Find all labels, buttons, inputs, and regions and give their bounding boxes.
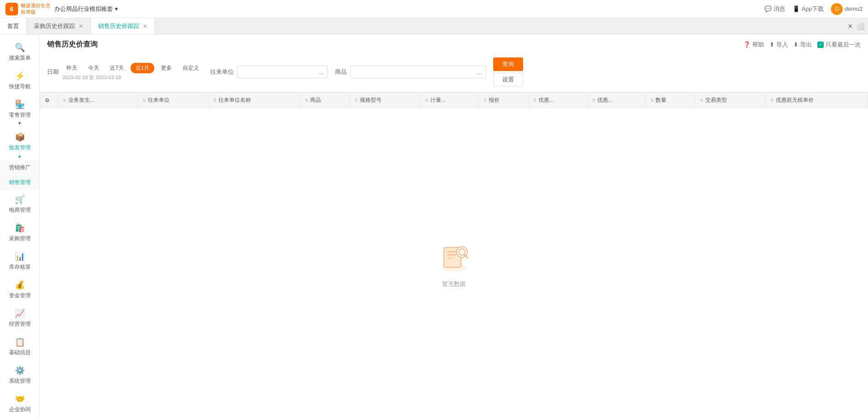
sort-icon: ⇅ bbox=[533, 98, 537, 103]
dropdown-arrow-icon: ▾ bbox=[115, 5, 118, 12]
logo-icon: 6 bbox=[5, 3, 18, 15]
discount1-col-header: ⇅ 优惠... bbox=[528, 93, 587, 108]
close-all-tabs-button[interactable]: ✕ bbox=[848, 23, 853, 30]
month-btn[interactable]: 近1月 bbox=[131, 63, 155, 73]
product-filter: 商品 ... bbox=[335, 66, 486, 78]
inventory-icon: 📊 bbox=[15, 252, 25, 261]
date-options: 昨天 今天 近7天 近1月 更多 自定义 bbox=[62, 63, 203, 73]
wholesale-arrow-icon: ▲ bbox=[18, 153, 22, 158]
partner-input[interactable] bbox=[241, 69, 318, 76]
sidebar-item-purchase-mgmt[interactable]: 🛍️ 采购管理 bbox=[0, 218, 39, 247]
user-menu[interactable]: D demo2 bbox=[831, 3, 863, 15]
business-date-col-header: ⇅ 业务发生... bbox=[58, 93, 138, 108]
ecommerce-icon: 🛒 bbox=[15, 195, 25, 204]
app-download-button[interactable]: 📱 App下载 bbox=[793, 5, 824, 13]
page-actions: ❓ 帮助 ⬆ 导入 ⬇ 导出 ✓ 只看最后一次 bbox=[743, 41, 861, 49]
sort-icon: ⇅ bbox=[305, 98, 308, 103]
sidebar-item-retail-mgmt[interactable]: 🏪 零售管理 ▼ bbox=[0, 95, 39, 128]
sort-icon: ⇅ bbox=[592, 98, 595, 103]
collab-icon: 🤝 bbox=[15, 394, 25, 404]
purchase-tab-close[interactable]: ✕ bbox=[79, 23, 83, 29]
maximize-button[interactable]: ⬜ bbox=[857, 23, 864, 30]
purchase-tab[interactable]: 采购历史价跟踪 ✕ bbox=[27, 18, 91, 34]
yesterday-btn[interactable]: 昨天 bbox=[62, 63, 81, 73]
product-input-dots[interactable]: ... bbox=[476, 68, 482, 76]
sales-tab[interactable]: 销售历史价跟踪 ✕ bbox=[91, 18, 155, 34]
today-btn[interactable]: 今天 bbox=[84, 63, 103, 73]
sort-icon: ⇅ bbox=[142, 98, 146, 103]
export-action[interactable]: ⬇ 导出 bbox=[793, 41, 812, 49]
help-action[interactable]: ❓ 帮助 bbox=[743, 41, 764, 49]
empty-state: 暂无数据 bbox=[40, 108, 868, 418]
sort-icon: ⇅ bbox=[700, 98, 703, 103]
sort-icon: ⇅ bbox=[213, 98, 217, 103]
sidebar-item-business-mgmt[interactable]: 📈 经营管理 bbox=[0, 304, 39, 332]
empty-illustration bbox=[436, 238, 472, 275]
svg-rect-4 bbox=[447, 257, 454, 259]
retail-arrow-icon: ▼ bbox=[18, 121, 22, 126]
sort-icon: ⇅ bbox=[483, 98, 487, 103]
sidebar: 🔍 搜索菜单 ⚡ 快捷导航 🏪 零售管理 ▼ 📦 批发管理 ▲ 营销推广 销售管… bbox=[0, 34, 40, 418]
partner-input-wrap[interactable]: ... bbox=[237, 66, 328, 78]
sidebar-item-sales-mgmt[interactable]: 销售管理 bbox=[0, 175, 39, 190]
settings-col-header: ⚙ bbox=[40, 93, 58, 108]
sidebar-item-enterprise-collab[interactable]: 🤝 企业协同 bbox=[0, 390, 39, 418]
avatar: D bbox=[831, 3, 843, 15]
week-btn[interactable]: 近7天 bbox=[106, 63, 128, 73]
sidebar-item-ecommerce-mgmt[interactable]: 🛒 电商管理 bbox=[0, 190, 39, 218]
partner-col-header: ⇅ 往来单位 bbox=[137, 93, 208, 108]
home-tab[interactable]: 首页 bbox=[0, 18, 27, 34]
last-only-checkbox[interactable]: ✓ bbox=[817, 42, 824, 48]
data-table: ⚙ ⇅ 业务发生... ⇅ 往来单位 bbox=[40, 92, 868, 108]
partner-input-dots[interactable]: ... bbox=[318, 68, 324, 76]
product-input-wrap[interactable]: ... bbox=[350, 66, 486, 78]
import-icon: ⬆ bbox=[769, 41, 774, 48]
sidebar-item-system-mgmt[interactable]: ⚙️ 系统管理 bbox=[0, 361, 39, 390]
product-input[interactable] bbox=[354, 69, 476, 76]
unit-col-header: ⇅ 计量... bbox=[420, 93, 478, 108]
svg-rect-3 bbox=[447, 254, 456, 256]
import-action[interactable]: ⬆ 导入 bbox=[769, 41, 788, 49]
basic-info-icon: 📋 bbox=[15, 337, 25, 347]
logo-area: 6 畅捷通好生意 标准版 bbox=[5, 3, 51, 15]
sidebar-item-marketing[interactable]: 营销推广 bbox=[0, 160, 39, 175]
workspace-dropdown[interactable]: 办公用品行业模拟账套 ▾ bbox=[54, 5, 118, 13]
discount2-col-header: ⇅ 优惠... bbox=[587, 93, 645, 108]
sort-icon: ⇅ bbox=[650, 98, 654, 103]
purchase-icon: 🛍️ bbox=[15, 223, 25, 233]
page-title-row: 销售历史价查询 ❓ 帮助 ⬆ 导入 ⬇ 导出 ✓ bbox=[47, 40, 861, 49]
sidebar-item-fund-mgmt[interactable]: 💰 资金管理 bbox=[0, 276, 39, 304]
phone-icon: 📱 bbox=[793, 5, 800, 12]
page-header: 销售历史价查询 ❓ 帮助 ⬆ 导入 ⬇ 导出 ✓ bbox=[40, 34, 868, 92]
quote-col-header: ⇅ 报价 bbox=[479, 93, 528, 108]
last-only-checkbox-label[interactable]: ✓ 只看最后一次 bbox=[817, 41, 861, 49]
search-button[interactable]: 查询 bbox=[493, 57, 523, 71]
partner-name-col-header: ⇅ 往来单位名称 bbox=[208, 93, 300, 108]
custom-btn[interactable]: 自定义 bbox=[179, 63, 203, 73]
quick-nav-icon: ⚡ bbox=[15, 71, 25, 81]
settings-button[interactable]: 设置 bbox=[493, 73, 523, 86]
sidebar-item-quick-nav[interactable]: ⚡ 快捷导航 bbox=[0, 66, 39, 95]
more-btn[interactable]: 更多 bbox=[157, 63, 176, 73]
tab-bar: 首页 采购历史价跟踪 ✕ 销售历史价跟踪 ✕ ✕ ⬜ bbox=[0, 18, 868, 34]
sidebar-item-search-menu[interactable]: 🔍 搜索菜单 bbox=[0, 38, 39, 66]
wholesale-mgmt-icon: 📦 bbox=[15, 132, 25, 142]
sidebar-item-basic-info[interactable]: 📋 基础信息 bbox=[0, 332, 39, 361]
sort-icon: ⇅ bbox=[63, 98, 66, 103]
sales-tab-close[interactable]: ✕ bbox=[143, 23, 147, 29]
filter-bar: 日期 昨天 今天 近7天 近1月 更多 自定义 2023-02-18 至 202… bbox=[47, 54, 861, 92]
sort-icon: ⇅ bbox=[770, 98, 774, 103]
logo-text: 畅捷通好生意 标准版 bbox=[21, 3, 51, 14]
main-layout: 🔍 搜索菜单 ⚡ 快捷导航 🏪 零售管理 ▼ 📦 批发管理 ▲ 营销推广 销售管… bbox=[0, 34, 868, 418]
top-bar: 6 畅捷通好生意 标准版 办公用品行业模拟账套 ▾ 💬 消息 📱 App下载 D… bbox=[0, 0, 868, 18]
sort-icon: ⇅ bbox=[425, 98, 429, 103]
trade-type-col-header: ⇅ 交易类型 bbox=[695, 93, 765, 108]
message-button[interactable]: 💬 消息 bbox=[764, 5, 785, 13]
sidebar-item-wholesale-mgmt[interactable]: 📦 批发管理 ▲ bbox=[0, 128, 39, 160]
system-icon: ⚙️ bbox=[15, 366, 25, 375]
sidebar-item-inventory-calc[interactable]: 📊 库存核算 bbox=[0, 247, 39, 276]
top-bar-right: 💬 消息 📱 App下载 D demo2 bbox=[764, 3, 863, 15]
sort-icon: ⇅ bbox=[354, 98, 358, 103]
gear-icon[interactable]: ⚙ bbox=[45, 97, 50, 104]
spec-col-header: ⇅ 规格型号 bbox=[349, 93, 420, 108]
